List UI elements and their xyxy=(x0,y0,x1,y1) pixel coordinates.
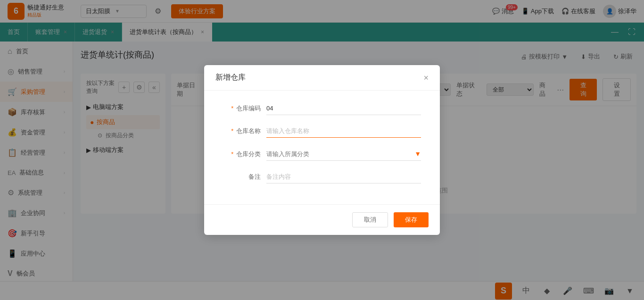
warehouse-code-input[interactable] xyxy=(266,102,421,115)
warehouse-name-input[interactable] xyxy=(266,125,421,138)
modal-header: 新增仓库 × xyxy=(204,65,440,91)
warehouse-note-row: 备注 xyxy=(223,170,421,183)
warehouse-code-label: * 仓库编码 xyxy=(223,104,261,113)
warehouse-category-select[interactable]: ▼ xyxy=(266,147,421,161)
modal-close-button[interactable]: × xyxy=(423,74,429,82)
add-warehouse-modal: 新增仓库 × * 仓库编码 * 仓库名称 xyxy=(204,65,440,235)
warehouse-category-label: * 仓库分类 xyxy=(223,150,261,158)
warehouse-category-row: * 仓库分类 ▼ xyxy=(223,147,421,161)
category-dropdown-icon: ▼ xyxy=(414,150,421,158)
warehouse-name-row: * 仓库名称 xyxy=(223,125,421,138)
warehouse-code-row: * 仓库编码 xyxy=(223,102,421,115)
warehouse-note-label: 备注 xyxy=(223,173,261,181)
warehouse-note-input[interactable] xyxy=(266,170,421,183)
cancel-button[interactable]: 取消 xyxy=(352,212,388,227)
modal-overlay: 新增仓库 × * 仓库编码 * 仓库名称 xyxy=(0,0,644,300)
modal-footer: 取消 保存 xyxy=(204,204,440,235)
modal-title: 新增仓库 xyxy=(215,73,246,83)
save-button[interactable]: 保存 xyxy=(394,212,429,227)
warehouse-category-input[interactable] xyxy=(266,150,414,158)
warehouse-name-label: * 仓库名称 xyxy=(223,127,261,135)
modal-body: * 仓库编码 * 仓库名称 * 仓库分类 xyxy=(204,91,440,204)
